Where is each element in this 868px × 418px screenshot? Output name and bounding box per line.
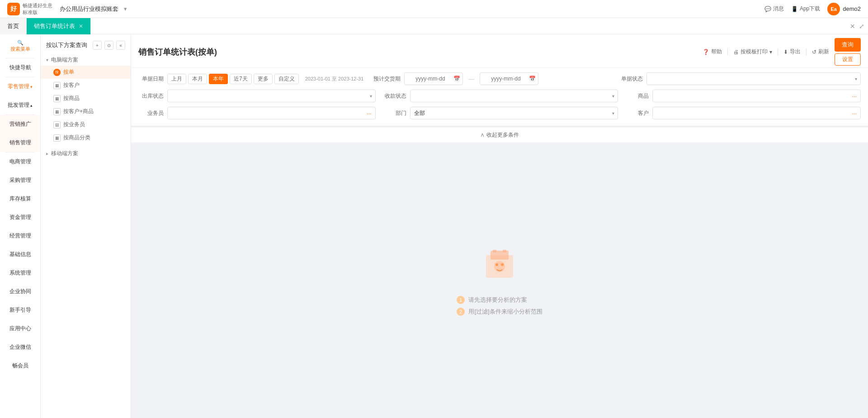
preset-this-month[interactable]: 本月 [188, 74, 207, 84]
sidebar-item-marketing[interactable]: 营销推广 [0, 115, 40, 133]
panel-settings-icon[interactable]: ⊙ [104, 41, 113, 50]
refresh-button[interactable]: ↺ 刷新 [812, 48, 829, 56]
salesperson-label: 业务员 [138, 109, 164, 117]
app-download-button[interactable]: 📱 App下载 [791, 5, 820, 13]
top-bar-right: 💬 消息 📱 App下载 Ea demo2 [764, 3, 861, 15]
grid4-icon: ▦ [53, 134, 61, 142]
customer-dots-icon[interactable]: ··· [852, 110, 857, 117]
expected-date-label: 预计交货期 [369, 75, 401, 83]
sidebar-item-ecommerce[interactable]: 电商管理 [0, 152, 40, 171]
filter-area: 单据日期 上月 本月 本年 近7天 更多 自定义 2023-01-01 至 20… [131, 68, 868, 126]
sidebar-item-system[interactable]: 系统管理 [0, 264, 40, 282]
customer-label: 客户 [623, 109, 649, 117]
help-icon: ❓ [703, 49, 709, 55]
date-sep: — [468, 76, 474, 82]
search-icon: 🔍 [0, 40, 40, 46]
collapse-icon: ∧ [480, 132, 486, 138]
panel-item-by-goods[interactable]: ▦ 按商品 [41, 92, 131, 105]
filter-row-1: 单据日期 上月 本月 本年 近7天 更多 自定义 2023-01-01 至 20… [138, 72, 861, 85]
close-window-icon[interactable]: ✕ [850, 23, 855, 30]
dept-label: 部门 [381, 109, 406, 117]
top-bar-left: 好 畅捷通好生意 标准版 办公用品行业模拟账套 ▾ [7, 2, 127, 15]
salesperson-cell: 业务员 ··· [138, 107, 376, 119]
top-title-arrow[interactable]: ▾ [124, 5, 127, 12]
collapse-label: 收起更多条件 [486, 132, 519, 138]
collapse-bar[interactable]: ∧ 收起更多条件 [131, 127, 868, 142]
pay-status-select[interactable]: 未收款 部分收款 已收款 [410, 90, 618, 102]
avatar: Ea [827, 3, 840, 15]
sidebar-item-inventory[interactable]: 库存核算 [0, 190, 40, 208]
pay-status-cell: 收款状态 未收款 部分收款 已收款 ▾ [381, 90, 618, 102]
dept-select[interactable]: 全部 [410, 107, 618, 119]
salesperson-input-wrap: ··· [167, 107, 376, 119]
sidebar-item-purchase[interactable]: 采购管理 [0, 171, 40, 190]
hint-1: 1 请先选择要分析的方案 [457, 296, 542, 304]
query-btns: 查询 设置 [835, 38, 861, 66]
ship-status-select[interactable]: 未出库 部分出库 全部出库 [167, 90, 376, 102]
sidebar-item-retail[interactable]: 零售管理 ▾ [0, 77, 40, 96]
date-range-text: 2023-01-01 至 2023-12-31 [305, 76, 364, 82]
circle-icon: 按 [53, 69, 61, 76]
hint-num-1: 1 [457, 296, 465, 304]
dept-select-wrap: 全部 ▾ [410, 107, 618, 119]
sidebar-item-appcenter[interactable]: 应用中心 [0, 319, 40, 338]
top-title[interactable]: 办公用品行业模拟账套 [60, 5, 118, 13]
sidebar-item-cooperation[interactable]: 企业协同 [0, 282, 40, 301]
tab-home[interactable]: 首页 [0, 18, 27, 34]
tab-close-icon[interactable]: ✕ [79, 23, 83, 29]
panel-item-by-order[interactable]: 按 按单 [41, 66, 131, 79]
date-filter-cell: 单据日期 上月 本月 本年 近7天 更多 自定义 2023-01-01 至 20… [138, 74, 363, 84]
sidebar-item-member[interactable]: 畅会员 [0, 356, 40, 375]
status-label: 单据状态 [618, 75, 643, 83]
svg-point-2 [494, 261, 505, 272]
preset-this-year[interactable]: 本年 [209, 74, 228, 84]
sidebar-item-wechat[interactable]: 企业微信 [0, 338, 40, 356]
tab-sales-order[interactable]: 销售订单统计表 ✕ [27, 18, 91, 34]
goods-dots-icon[interactable]: ··· [852, 93, 857, 100]
status-select[interactable]: 草稿 审核中 已审核 [646, 72, 861, 85]
print-arrow-icon: ▾ [769, 49, 772, 55]
expand-window-icon[interactable]: ⤢ [859, 23, 864, 30]
help-button[interactable]: ❓ 帮助 [703, 48, 722, 56]
export-button[interactable]: ⬇ 导出 [783, 48, 801, 56]
sidebar-item-quicknav[interactable]: 快捷导航 [0, 58, 40, 77]
panel-section-pc-header[interactable]: ▾ 电脑端方案 [41, 54, 131, 66]
sidebar-item-wholesale[interactable]: 批发管理 ▴ [0, 96, 40, 114]
sidebar-item-basicinfo[interactable]: 基础信息 [0, 245, 40, 264]
date-label: 单据日期 [138, 75, 164, 83]
panel-add-icon[interactable]: + [93, 41, 102, 50]
panel-collapse-icon[interactable]: « [116, 41, 125, 50]
print-button[interactable]: 🖨 按模板打印 ▾ [733, 48, 772, 56]
sidebar-item-search[interactable]: 🔍 搜索菜单 [0, 34, 40, 58]
date-to-wrap: 📅 [480, 72, 538, 85]
sidebar-item-finance[interactable]: 资金管理 [0, 208, 40, 227]
divider [727, 48, 728, 56]
user-info[interactable]: Ea demo2 [827, 3, 861, 15]
preset-last-month[interactable]: 上月 [167, 74, 186, 84]
preset-7days[interactable]: 近7天 [230, 74, 252, 84]
date-from-input[interactable] [404, 72, 463, 85]
query-button[interactable]: 查询 [835, 38, 861, 52]
dept-cell: 部门 全部 ▾ [381, 107, 618, 119]
sidebar-item-newguide[interactable]: 新手引导 [0, 301, 40, 319]
settings-button[interactable]: 设置 [835, 53, 861, 66]
panel-item-by-salesperson[interactable]: ▤ 按业务员 [41, 118, 131, 131]
preset-custom[interactable]: 自定义 [274, 74, 299, 84]
panel-item-by-customer-goods[interactable]: ▦ 按客户+商品 [41, 105, 131, 118]
main-layout: 🔍 搜索菜单 快捷导航 零售管理 ▾ 批发管理 ▴ 营销推广 销售管理 电商管理… [0, 34, 868, 418]
sidebar-item-sales[interactable]: 销售管理 [0, 133, 40, 152]
panel-section-mobile-header[interactable]: ▸ 移动端方案 [41, 148, 131, 159]
preset-more[interactable]: 更多 [254, 74, 273, 84]
sidebar-item-management[interactable]: 经营管理 [0, 227, 40, 245]
user-name: demo2 [843, 5, 861, 12]
grid2-icon: ▦ [53, 95, 61, 102]
date-to-input[interactable] [480, 72, 538, 85]
panel-item-by-goods-category[interactable]: ▦ 按商品分类 [41, 131, 131, 144]
panel-item-by-customer[interactable]: ▦ 按客户 [41, 79, 131, 92]
message-button[interactable]: 💬 消息 [764, 5, 784, 13]
left-panel: 按以下方案查询 + ⊙ « ▾ 电脑端方案 按 按单 ▦ 按客户 ▦ 按商 [41, 34, 131, 418]
divider3 [806, 48, 807, 56]
salesperson-dots-icon[interactable]: ··· [367, 110, 372, 117]
filter-row-2: 出库状态 未出库 部分出库 全部出库 ▾ 收款状态 [138, 90, 861, 102]
logo-text: 畅捷通好生意 标准版 [23, 2, 52, 15]
